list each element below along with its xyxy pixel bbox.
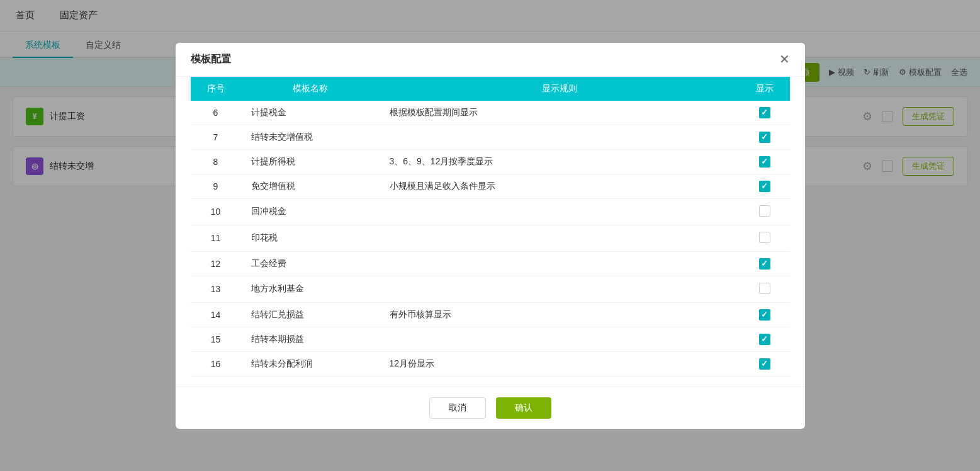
checkbox-10[interactable] (759, 358, 770, 370)
checkbox-4[interactable] (759, 205, 770, 217)
cell-index-1: 7 (191, 125, 241, 149)
col-header-index: 序号 (191, 77, 241, 101)
cell-name-9: 结转本期损益 (241, 327, 380, 351)
table-row: 11印花税 (191, 225, 790, 251)
modal-overlay: 模板配置 ✕ 序号 模板名称 显示规则 显示 6计提税金根据模板配置期间显示7结… (0, 0, 980, 471)
table-row: 14结转汇兑损益有外币核算显示 (191, 302, 790, 327)
checkbox-2[interactable] (759, 156, 770, 167)
cell-name-10: 结转未分配利润 (241, 351, 380, 376)
checkbox-3[interactable] (759, 181, 770, 192)
cell-index-7: 13 (191, 276, 241, 302)
confirm-button[interactable]: 确认 (496, 397, 551, 419)
cell-rule-1 (380, 125, 740, 149)
checkbox-5[interactable] (759, 232, 770, 243)
cell-rule-6 (380, 251, 740, 276)
checkbox-7[interactable] (759, 283, 770, 294)
cell-check-4[interactable] (740, 198, 790, 225)
checkbox-1[interactable] (759, 132, 770, 143)
cell-rule-9 (380, 327, 740, 351)
cell-index-3: 9 (191, 174, 241, 198)
cell-index-6: 12 (191, 251, 241, 276)
cell-name-1: 结转未交增值税 (241, 125, 380, 149)
table-header-row: 序号 模板名称 显示规则 显示 (191, 77, 790, 101)
table-row: 16结转未分配利润12月份显示 (191, 351, 790, 376)
cell-name-6: 工会经费 (241, 251, 380, 276)
table-row: 15结转本期损益 (191, 327, 790, 351)
cell-name-4: 回冲税金 (241, 198, 380, 225)
cell-rule-5 (380, 225, 740, 251)
cell-rule-2: 3、6、9、12月按季度显示 (380, 149, 740, 174)
cell-check-2[interactable] (740, 149, 790, 174)
col-header-display: 显示 (740, 77, 790, 101)
dialog-close-button[interactable]: ✕ (779, 53, 790, 65)
dialog-body: 序号 模板名称 显示规则 显示 6计提税金根据模板配置期间显示7结转未交增值税8… (176, 77, 805, 387)
cell-index-10: 16 (191, 351, 241, 376)
cell-name-5: 印花税 (241, 225, 380, 251)
table-row: 12工会经费 (191, 251, 790, 276)
cancel-button[interactable]: 取消 (429, 397, 486, 419)
cell-name-3: 免交增值税 (241, 174, 380, 198)
cell-rule-4 (380, 198, 740, 225)
cell-check-8[interactable] (740, 302, 790, 327)
cell-check-1[interactable] (740, 125, 790, 149)
cell-name-2: 计提所得税 (241, 149, 380, 174)
dialog-footer: 取消 确认 (176, 387, 805, 429)
cell-check-10[interactable] (740, 351, 790, 376)
table-row: 8计提所得税3、6、9、12月按季度显示 (191, 149, 790, 174)
cell-name-0: 计提税金 (241, 101, 380, 125)
cell-index-8: 14 (191, 302, 241, 327)
dialog-title: 模板配置 (191, 53, 231, 66)
cell-rule-0: 根据模板配置期间显示 (380, 101, 740, 125)
table-row: 10回冲税金 (191, 198, 790, 225)
config-table: 序号 模板名称 显示规则 显示 6计提税金根据模板配置期间显示7结转未交增值税8… (191, 77, 790, 377)
checkbox-8[interactable] (759, 309, 770, 321)
table-row: 6计提税金根据模板配置期间显示 (191, 101, 790, 125)
checkbox-6[interactable] (759, 258, 770, 270)
cell-index-9: 15 (191, 327, 241, 351)
cell-check-9[interactable] (740, 327, 790, 351)
checkbox-9[interactable] (759, 334, 770, 345)
table-row: 7结转未交增值税 (191, 125, 790, 149)
col-header-name: 模板名称 (241, 77, 380, 101)
checkbox-0[interactable] (759, 107, 770, 118)
col-header-rule: 显示规则 (380, 77, 740, 101)
dialog-header: 模板配置 ✕ (176, 43, 805, 77)
cell-rule-8: 有外币核算显示 (380, 302, 740, 327)
table-row: 9免交增值税小规模且满足收入条件显示 (191, 174, 790, 198)
template-config-dialog: 模板配置 ✕ 序号 模板名称 显示规则 显示 6计提税金根据模板配置期间显示7结… (176, 43, 805, 429)
table-row: 13地方水利基金 (191, 276, 790, 302)
cell-rule-10: 12月份显示 (380, 351, 740, 376)
cell-check-0[interactable] (740, 101, 790, 125)
cell-check-6[interactable] (740, 251, 790, 276)
cell-check-7[interactable] (740, 276, 790, 302)
cell-name-8: 结转汇兑损益 (241, 302, 380, 327)
cell-rule-3: 小规模且满足收入条件显示 (380, 174, 740, 198)
cell-check-3[interactable] (740, 174, 790, 198)
cell-check-5[interactable] (740, 225, 790, 251)
cell-index-2: 8 (191, 149, 241, 174)
cell-index-0: 6 (191, 101, 241, 125)
cell-name-7: 地方水利基金 (241, 276, 380, 302)
cell-index-5: 11 (191, 225, 241, 251)
cell-rule-7 (380, 276, 740, 302)
cell-index-4: 10 (191, 198, 241, 225)
